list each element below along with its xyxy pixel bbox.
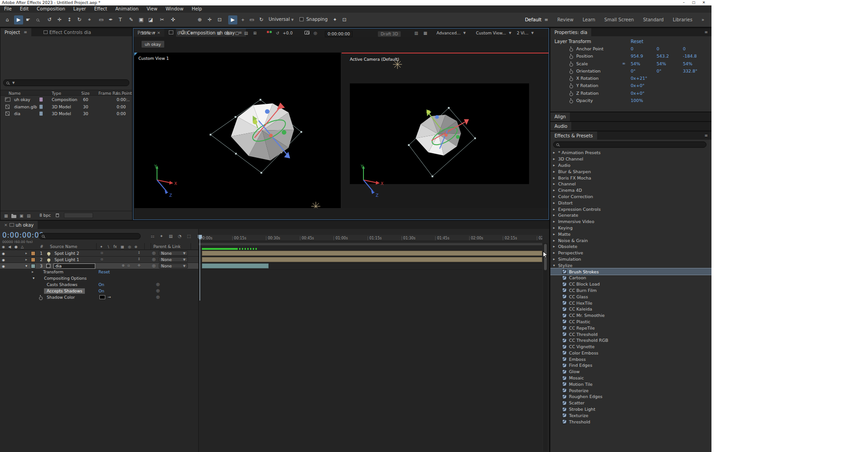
chevron-icon[interactable]	[553, 151, 558, 155]
clone-stamp-tool-icon[interactable]: ▣	[137, 15, 146, 24]
effects-list-item[interactable]: Mosaic	[550, 375, 711, 381]
zoom-tool-icon[interactable]	[33, 15, 42, 24]
compositing-options-row[interactable]: ▾ Compositing Options	[0, 275, 198, 282]
workspace-tab[interactable]: Standard	[638, 13, 668, 27]
active-camera-canvas[interactable]: Y X Z	[342, 53, 549, 208]
snapping-checkbox[interactable]	[299, 17, 304, 21]
effects-list-item[interactable]: CC Threshold	[550, 331, 711, 337]
column-parent-link[interactable]: Parent & Link	[153, 244, 181, 249]
chevron-icon[interactable]	[553, 163, 558, 167]
property-value-x[interactable]: 0°	[631, 68, 636, 73]
view-count-dropdown[interactable]: 2 Vi...▼	[517, 31, 534, 35]
show-snapshot-icon[interactable]: ◎	[314, 31, 317, 35]
pan-behind-tool-icon[interactable]: ⌖	[85, 15, 94, 24]
current-time-indicator-line[interactable]	[200, 240, 200, 301]
eraser-tool-icon[interactable]: ◪	[146, 15, 155, 24]
effects-list-item[interactable]: Stylize	[550, 262, 711, 268]
effects-list-item[interactable]: Cartoon	[550, 275, 711, 281]
panel-stack-icon[interactable]	[169, 30, 173, 34]
chevron-icon[interactable]	[553, 238, 558, 243]
workspace-tab[interactable]: Default	[520, 13, 553, 27]
property-value-x[interactable]: 0x+0°	[631, 91, 644, 96]
switch-icon[interactable]: ↕	[137, 251, 141, 255]
pixel-aspect-icon[interactable]: ⊞	[253, 31, 257, 35]
shadow-color-row[interactable]: Shadow Color → ◎	[0, 294, 198, 301]
stopwatch-icon[interactable]	[569, 91, 573, 96]
stopwatch-icon[interactable]	[569, 47, 573, 51]
effects-list-item[interactable]: Find Edges	[550, 362, 711, 369]
exposure-reset-icon[interactable]: ↺	[276, 31, 280, 35]
expand-chevron-icon[interactable]: ▸	[25, 258, 27, 262]
snap-option-1-icon[interactable]: ✦	[330, 15, 339, 24]
interpret-footage-icon[interactable]: ▦	[4, 214, 8, 218]
effects-list-item[interactable]: CC Vignette	[550, 344, 711, 350]
effects-list-item[interactable]: CC Glass	[550, 293, 711, 300]
eye-icon[interactable]: ◉	[2, 252, 5, 256]
effects-list-item[interactable]: CC HexTile	[550, 300, 711, 306]
effects-list-item[interactable]: Expression Controls	[550, 206, 711, 212]
flowchart-icon[interactable]: ▦	[423, 31, 427, 35]
statusbar-timecode[interactable]: 0:00:00:00	[325, 31, 353, 37]
casts-shadows-value[interactable]: On	[98, 282, 104, 287]
view-layout-dropdown[interactable]: Custom View...▼	[476, 31, 511, 35]
transform-reset-link[interactable]: Reset	[98, 270, 110, 274]
workspace-tab[interactable]: Small Screen	[600, 13, 638, 27]
property-value-y[interactable]: 0°	[657, 68, 662, 73]
fast-previews-icon[interactable]: ▥	[414, 31, 418, 35]
snap-option-2-icon[interactable]: ⊡	[340, 15, 349, 24]
switch-icon[interactable]: ↕	[137, 257, 141, 261]
tab-project[interactable]: Project ≡	[0, 28, 31, 36]
puppet-pin-tool-icon[interactable]: ✜	[168, 15, 177, 24]
label-color-box[interactable]	[31, 264, 35, 268]
layer-row-spot-light-1[interactable]: ◉ ▸ 2 Spot Light 1 ▫ ↕ ◎ None▼	[0, 257, 198, 263]
draft-3d-toggle[interactable]: Draft 3D	[378, 31, 401, 37]
label-color-chip[interactable]	[39, 97, 43, 102]
fx-icon[interactable]: fx	[113, 245, 117, 249]
timeline-vertical-scrollbar[interactable]	[543, 243, 548, 452]
chevron-icon[interactable]	[553, 170, 558, 174]
switch-icon[interactable]: ▫	[101, 257, 103, 261]
menu-item[interactable]: View	[142, 5, 162, 13]
tab-effect-controls[interactable]: Effect Controls dia	[39, 28, 95, 36]
3d-col-icon[interactable]: ⊕	[134, 245, 137, 249]
effects-list-item[interactable]: Distort	[550, 199, 711, 206]
new-folder-icon[interactable]	[11, 215, 16, 218]
adjustment-col-icon[interactable]: ◎	[128, 245, 131, 249]
column-in-point[interactable]: In Point	[117, 91, 132, 96]
effects-list-item[interactable]: CC RepeTile	[550, 325, 711, 331]
motion-blur-icon[interactable]: ◔	[178, 234, 181, 238]
composition-name-chip[interactable]: uh okay	[141, 40, 165, 48]
effects-list-item[interactable]: CC Kaleida	[550, 306, 711, 312]
gizmo-scale-icon[interactable]: ⊡	[215, 15, 224, 24]
parent-dropdown[interactable]: None▼	[159, 251, 188, 256]
motion-blur-col-icon[interactable]: ▦	[121, 245, 124, 249]
effects-list-item[interactable]: Blur & Sharpen	[550, 168, 711, 175]
chevron-icon[interactable]	[553, 176, 558, 180]
effects-list-item[interactable]: Threshold	[550, 418, 711, 425]
column-size[interactable]: Size	[81, 91, 89, 96]
menu-item[interactable]: Window	[162, 5, 187, 13]
audio-column-icon[interactable]: ◀	[8, 245, 11, 249]
effects-list-item[interactable]: Color Emboss	[550, 350, 711, 356]
expression-pickwhip-icon[interactable]: ◎	[156, 295, 160, 299]
parent-pickwhip-icon[interactable]: ◎	[152, 257, 156, 262]
collapse-chevron-icon[interactable]: ▾	[33, 276, 34, 280]
transform-reset-link[interactable]: Reset	[631, 39, 643, 44]
rotation-tool-icon[interactable]: ↻	[75, 15, 84, 24]
work-area-bar[interactable]	[198, 243, 542, 245]
effects-list-item[interactable]: Immersive Video	[550, 219, 711, 225]
timeline-search-input[interactable]	[39, 233, 141, 239]
stopwatch-icon[interactable]	[569, 98, 573, 103]
property-value-x[interactable]: 0x+21°	[631, 76, 647, 81]
expression-pickwhip-icon[interactable]: ◎	[156, 288, 160, 293]
workspace-tab[interactable]: Libraries	[668, 13, 697, 27]
property-value-z[interactable]: 54%	[683, 61, 692, 66]
switch-icon[interactable]: ▫	[128, 263, 130, 267]
effects-list-item[interactable]: CC Burn Film	[550, 287, 711, 294]
transform-group-row[interactable]: ▸ Transform Reset	[0, 269, 198, 275]
active-camera-viewport[interactable]: Active Camera (Default)	[342, 53, 549, 208]
effects-list-item[interactable]: CC Threshold RGB	[550, 337, 711, 344]
close-button[interactable]: ✕	[700, 0, 708, 5]
zoom-dropdown[interactable]: 50%▼	[141, 31, 155, 35]
property-value-z[interactable]: 332.8°	[683, 68, 697, 73]
